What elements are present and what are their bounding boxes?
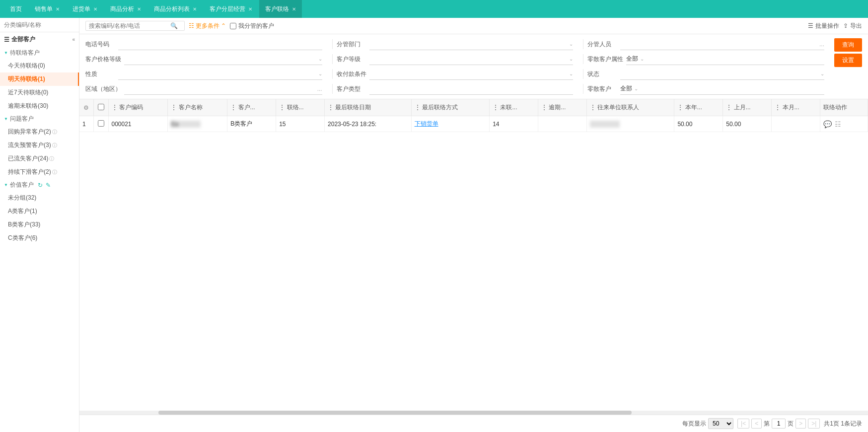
filter-retail-customer-input: 全部 ⌄ bbox=[620, 83, 824, 95]
close-icon[interactable]: ✕ bbox=[292, 6, 296, 12]
chevron-down-icon[interactable]: ⌄ bbox=[569, 41, 573, 47]
person-input[interactable] bbox=[620, 41, 817, 48]
ellipsis-icon[interactable]: ... bbox=[819, 41, 824, 48]
nature-input[interactable] bbox=[118, 71, 316, 77]
close-icon[interactable]: ✕ bbox=[248, 6, 252, 12]
checkbox-col-header bbox=[93, 99, 108, 116]
filter-customer-grade-input: ⌄ bbox=[369, 53, 574, 65]
customer-type-input[interactable] bbox=[369, 85, 574, 92]
row-contact: 15 bbox=[276, 116, 325, 132]
content-area: 🔍 ☷ 更多条件 ⌃ 我分管的客户 ☰ 批量操作 ⇪ 导出 bbox=[79, 18, 868, 432]
close-icon[interactable]: ✕ bbox=[56, 6, 60, 12]
filter-phone-input bbox=[118, 38, 322, 50]
filter-panel: 电话号码 分管部门 ⌄ bbox=[79, 34, 868, 99]
sidebar-item-today[interactable]: 今天待联络(0) bbox=[0, 59, 79, 72]
filter-payment-input: ⌄ bbox=[369, 68, 574, 80]
nav-home[interactable]: 首页 bbox=[4, 0, 28, 18]
info-icon: ⓘ bbox=[49, 155, 54, 162]
sidebar-search-input[interactable] bbox=[4, 21, 78, 28]
search-bar: 🔍 ☷ 更多条件 ⌃ 我分管的客户 ☰ 批量操作 ⇪ 导出 bbox=[79, 18, 868, 34]
nav-product-analysis-list[interactable]: 商品分析列表 ✕ bbox=[148, 0, 203, 18]
region-input[interactable] bbox=[124, 85, 315, 92]
prev-page-btn[interactable]: < bbox=[751, 419, 762, 429]
chevron-down-icon[interactable]: ⌄ bbox=[640, 56, 644, 62]
page-input[interactable] bbox=[772, 419, 786, 429]
all-customers-header[interactable]: ☰ 全部客户 « bbox=[0, 32, 79, 47]
dept-input[interactable] bbox=[369, 41, 568, 48]
scrollbar-thumb[interactable] bbox=[158, 411, 632, 415]
query-button[interactable]: 查询 bbox=[834, 38, 862, 52]
chevron-down-icon[interactable]: ⌄ bbox=[634, 86, 638, 91]
filter-payment: 收付款条件 ⌄ bbox=[337, 68, 579, 80]
row-index: 1 bbox=[79, 116, 93, 132]
payment-input[interactable] bbox=[369, 71, 568, 77]
comment-icon[interactable]: 💬 bbox=[823, 120, 832, 128]
row-code: 000021 bbox=[108, 116, 168, 132]
customer-table: ⚙ ⋮ 客户编码 ⋮ 客户名称 ⋮ 客户... bbox=[79, 99, 868, 132]
status-input[interactable] bbox=[620, 71, 818, 77]
filter-customer-type-input bbox=[369, 83, 574, 95]
price-grade-input[interactable] bbox=[124, 56, 316, 63]
first-page-btn[interactable]: |< bbox=[737, 419, 749, 429]
row-last-date: 2023-05-23 18:25: bbox=[325, 116, 411, 132]
sidebar-item-churned[interactable]: 已流失客户(24) ⓘ bbox=[0, 152, 79, 165]
section-value-customers[interactable]: ▼ 价值客户 ↻ ✎ bbox=[0, 179, 79, 191]
row-type: B类客户 bbox=[227, 116, 276, 132]
chevron-down-icon[interactable]: ⌄ bbox=[569, 56, 573, 62]
my-customers-check[interactable] bbox=[230, 23, 236, 29]
sidebar-item-tomorrow[interactable]: 明天待联络(1) bbox=[0, 72, 79, 86]
filter-row-1: 电话号码 分管部门 ⌄ bbox=[85, 38, 830, 50]
chevron-down-icon[interactable]: ⌄ bbox=[569, 71, 573, 76]
set-button[interactable]: 设置 bbox=[834, 54, 862, 67]
sidebar-item-class-b[interactable]: B类客户(33) bbox=[0, 218, 79, 231]
close-icon[interactable]: ✕ bbox=[193, 6, 197, 12]
section-pending-contact[interactable]: ▼ 待联络客户 bbox=[0, 47, 79, 59]
sidebar-item-class-c[interactable]: C类客户(6) bbox=[0, 231, 79, 245]
sidebar-item-week[interactable]: 近7天待联络(0) bbox=[0, 86, 79, 99]
filter-action-btns: 查询 设置 bbox=[830, 38, 862, 95]
col-this-month: ⋮ 本月... bbox=[772, 99, 820, 116]
next-page-btn[interactable]: > bbox=[796, 419, 806, 429]
sidebar-item-repurchase-abnormal[interactable]: 回购异常客户(2) ⓘ bbox=[0, 125, 79, 139]
export-btn[interactable]: ⇪ 导出 bbox=[843, 22, 862, 30]
customer-grade-input[interactable] bbox=[369, 56, 568, 63]
refresh-icon[interactable]: ↻ bbox=[38, 182, 43, 189]
edit-icon[interactable]: ✎ bbox=[46, 182, 51, 189]
sidebar-item-declining[interactable]: 持续下滑客户(2) ⓘ bbox=[0, 165, 79, 179]
sidebar-item-class-a[interactable]: A类客户(1) bbox=[0, 205, 79, 218]
nav-sales[interactable]: 销售单 ✕ bbox=[29, 0, 66, 18]
row-select-checkbox[interactable] bbox=[98, 120, 104, 127]
chevron-down-icon[interactable]: ⌄ bbox=[318, 71, 322, 76]
phone-input[interactable] bbox=[118, 41, 322, 48]
chevron-left-icon[interactable]: « bbox=[72, 37, 75, 42]
gear-icon[interactable]: ⚙ bbox=[83, 104, 89, 111]
pagination: |< < 第 页 > >| bbox=[737, 419, 820, 429]
close-icon[interactable]: ✕ bbox=[137, 6, 141, 12]
last-page-btn[interactable]: >| bbox=[808, 419, 820, 429]
section-problem-customers[interactable]: ▼ 问题客户 bbox=[0, 113, 79, 125]
nav-customer-tier[interactable]: 客户分层经营 ✕ bbox=[204, 0, 258, 18]
more-conditions-btn[interactable]: ☷ 更多条件 ⌃ bbox=[189, 22, 226, 30]
filter-dept-input: ⌄ bbox=[369, 38, 574, 50]
nav-product-analysis[interactable]: 商品分析 ✕ bbox=[104, 0, 147, 18]
search-icon[interactable]: 🔍 bbox=[170, 22, 178, 29]
search-input[interactable] bbox=[89, 22, 168, 29]
last-method-link[interactable]: 下销货单 bbox=[415, 120, 438, 127]
nav-customer-contact[interactable]: 客户联络 ✕ bbox=[259, 0, 302, 18]
grid-icon[interactable]: ☷ bbox=[835, 120, 841, 128]
col-not-contacted: ⋮ 未联... bbox=[490, 99, 538, 116]
nav-purchase[interactable]: 进货单 ✕ bbox=[67, 0, 103, 18]
chevron-down-icon[interactable]: ⌄ bbox=[820, 71, 824, 76]
page-size-select[interactable]: 50 100 200 bbox=[708, 418, 733, 429]
horizontal-scrollbar[interactable] bbox=[79, 411, 868, 415]
sidebar-item-overdue[interactable]: 逾期未联络(30) bbox=[0, 99, 79, 113]
ellipsis-icon[interactable]: ... bbox=[317, 85, 322, 92]
batch-op-btn[interactable]: ☰ 批量操作 bbox=[808, 22, 839, 30]
sidebar-item-ungrouped[interactable]: 未分组(32) bbox=[0, 191, 79, 205]
my-customers-checkbox[interactable]: 我分管的客户 bbox=[230, 22, 274, 30]
col-code: ⋮ 客户编码 bbox=[108, 99, 168, 116]
select-all-checkbox[interactable] bbox=[98, 104, 104, 110]
sidebar-item-churn-warning[interactable]: 流失预警客户(3) ⓘ bbox=[0, 139, 79, 152]
close-icon[interactable]: ✕ bbox=[93, 6, 97, 12]
chevron-down-icon[interactable]: ⌄ bbox=[318, 56, 322, 62]
